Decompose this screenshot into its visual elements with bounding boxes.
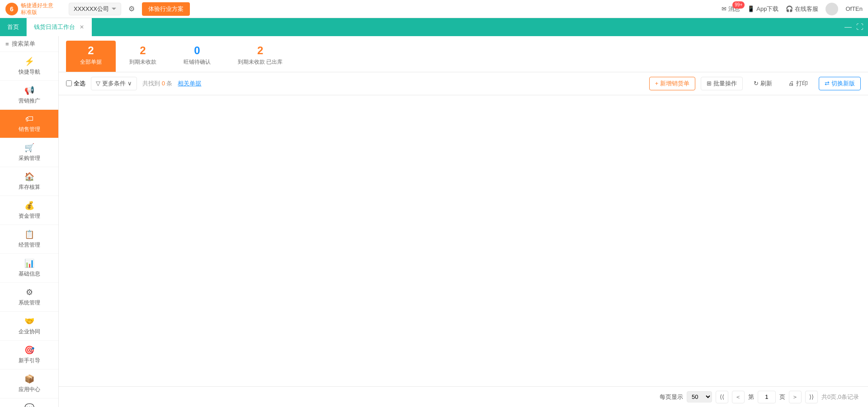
sidebar-item-label: 库存核算: [19, 183, 40, 191]
first-page-button[interactable]: ⟨⟨: [716, 391, 728, 403]
select-all-checkbox[interactable]: 全选: [66, 80, 85, 88]
tab-maximize-icon[interactable]: ⛶: [856, 23, 863, 31]
logo-text: 畅捷通好生意 标准版: [21, 2, 53, 15]
tab-home[interactable]: 首页: [0, 18, 27, 36]
sidebar-item-app-center[interactable]: 📦 应用中心: [0, 370, 58, 398]
sidebar-item-wechat[interactable]: 💬 企业微信: [0, 398, 58, 407]
filter-chevron-icon: ∨: [127, 80, 132, 87]
online-service-label: 在线客服: [795, 5, 818, 13]
sidebar-item-purchase[interactable]: 🛒 采购管理: [0, 138, 58, 167]
prev-page-button[interactable]: ＜: [732, 391, 745, 403]
chevron-down-icon: [112, 8, 116, 10]
search-icon: ≡: [5, 41, 9, 47]
select-all-label: 全选: [74, 80, 85, 88]
main-layout: ≡ 搜索菜单 ⚡ 快捷导航 📢 营销推广 🏷 销售管理 🛒 采购管理 🏠 库存核…: [0, 36, 868, 407]
quick-nav-icon: ⚡: [24, 56, 34, 66]
table-area: [59, 95, 868, 386]
refresh-button[interactable]: ↻ 刷新: [748, 77, 778, 90]
sidebar-item-label: 经营管理: [19, 241, 40, 249]
sidebar-item-enterprise[interactable]: 🤝 企业协同: [0, 312, 58, 341]
stat-label-overdue-shipped: 到期未收款 已出库: [238, 58, 283, 66]
app-download-label: App下载: [756, 5, 778, 13]
sidebar-item-label: 新手引导: [19, 357, 40, 365]
sidebar-item-system[interactable]: ⚙ 系统管理: [0, 283, 58, 312]
sidebar-item-label: 系统管理: [19, 299, 40, 307]
last-page-button[interactable]: ⟩⟩: [805, 391, 818, 403]
switch-version-button[interactable]: ⇄ 切换新版: [819, 77, 861, 90]
search-menu[interactable]: ≡ 搜索菜单: [0, 36, 58, 52]
sidebar-item-operations[interactable]: 📋 经营管理: [0, 225, 58, 254]
top-bar: 6 畅捷通好生意 标准版 XXXXXX公司 ⚙ 体验行业方案 ✉ 消息 99+ …: [0, 0, 868, 18]
total-info: 共0页,0条记录: [821, 393, 859, 401]
print-icon: 🖨: [788, 80, 794, 87]
app-center-icon: 📦: [24, 374, 34, 384]
experience-button[interactable]: 体验行业方案: [142, 2, 190, 16]
tab-bar: 首页 钱货日清工作台 ✕ — ⛶: [0, 18, 868, 36]
top-right-actions: ✉ 消息 99+ 📱 App下载 🎧 在线客服 OfTEn: [722, 3, 863, 15]
sidebar-item-guide[interactable]: 🎯 新手引导: [0, 341, 58, 370]
avatar[interactable]: [826, 3, 838, 15]
batch-operation-button[interactable]: ⊞ 批量操作: [701, 77, 743, 90]
sidebar-item-finance[interactable]: 💰 资金管理: [0, 196, 58, 225]
app-download-button[interactable]: 📱 App下载: [747, 5, 778, 13]
related-link[interactable]: 相关单据: [178, 80, 201, 88]
page-size-select[interactable]: 50 100 200: [687, 391, 712, 402]
stat-count-overdue-shipped: 2: [257, 44, 263, 57]
tab-minimize-icon[interactable]: —: [844, 23, 852, 31]
print-button[interactable]: 🖨 打印: [783, 77, 813, 90]
system-icon: ⚙: [26, 287, 33, 297]
tab-bar-actions: — ⛶: [844, 18, 868, 36]
stat-tab-overdue-shipped[interactable]: 2 到期未收款 已出库: [224, 41, 296, 72]
add-sales-order-button[interactable]: + 新增销货单: [649, 77, 695, 90]
phone-icon: 📱: [747, 5, 755, 12]
operations-icon: 📋: [24, 229, 34, 239]
filter-label: 更多条件: [102, 80, 126, 88]
guide-icon: 🎯: [24, 345, 34, 355]
sidebar-item-sales[interactable]: 🏷 销售管理: [0, 110, 58, 138]
message-badge: 99+: [732, 1, 745, 9]
message-icon: ✉: [722, 5, 726, 12]
online-service-button[interactable]: 🎧 在线客服: [786, 5, 818, 13]
company-selector[interactable]: XXXXXX公司: [69, 3, 121, 15]
sidebar: ≡ 搜索菜单 ⚡ 快捷导航 📢 营销推广 🏷 销售管理 🛒 采购管理 🏠 库存核…: [0, 36, 59, 407]
sidebar-item-label: 基础信息: [19, 270, 40, 278]
page-input[interactable]: [758, 391, 776, 403]
tab-cashflow[interactable]: 钱货日清工作台 ✕: [27, 18, 92, 36]
sidebar-item-marketing[interactable]: 📢 营销推广: [0, 81, 58, 110]
inventory-icon: 🏠: [24, 172, 34, 182]
next-page-button[interactable]: ＞: [789, 391, 802, 403]
sidebar-item-label: 营销推广: [19, 97, 40, 105]
filter-icon: ▽: [96, 80, 100, 87]
checkbox-input[interactable]: [66, 80, 72, 86]
sidebar-item-quick-nav[interactable]: ⚡ 快捷导航: [0, 52, 58, 81]
found-count: 0: [162, 80, 165, 87]
message-button[interactable]: ✉ 消息 99+: [722, 5, 740, 13]
tab-home-label: 首页: [7, 23, 19, 31]
user-name: OfTEn: [845, 5, 863, 12]
sidebar-item-label: 快捷导航: [19, 68, 40, 76]
tab-close-icon[interactable]: ✕: [80, 24, 84, 30]
toolbar-right: + 新增销货单 ⊞ 批量操作 ↻ 刷新 🖨 打印 ⇄ 切换新版: [649, 77, 861, 90]
sidebar-item-basic-info[interactable]: 📊 基础信息: [0, 254, 58, 283]
sidebar-item-label: 资金管理: [19, 212, 40, 220]
stat-label-overdue: 到期未收款: [129, 58, 156, 66]
switch-icon: ⇄: [825, 80, 830, 87]
page-label-end: 页: [779, 393, 785, 401]
pagination: 每页显示 50 100 200 ⟨⟨ ＜ 第 页 ＞ ⟩⟩ 共0页,0条记录: [59, 386, 868, 407]
sidebar-item-label: 销售管理: [19, 126, 40, 133]
stat-count-all: 2: [88, 44, 94, 57]
marketing-icon: 📢: [24, 85, 34, 95]
stat-tab-all[interactable]: 2 全部单据: [66, 41, 116, 72]
logo-area: 6 畅捷通好生意 标准版: [5, 2, 64, 15]
stat-tab-pending[interactable]: 0 旺铺待确认: [170, 41, 224, 72]
filter-button[interactable]: ▽ 更多条件 ∨: [91, 77, 137, 90]
page-label: 第: [748, 393, 754, 401]
found-text: 共找到 0 条: [142, 80, 172, 88]
service-icon: 🎧: [786, 5, 793, 12]
per-page-label: 每页显示: [660, 393, 683, 401]
settings-button[interactable]: ⚙: [125, 2, 138, 16]
tab-cashflow-label: 钱货日清工作台: [34, 23, 75, 31]
enterprise-icon: 🤝: [24, 316, 34, 326]
stat-tab-overdue[interactable]: 2 到期未收款: [116, 41, 170, 72]
sidebar-item-inventory[interactable]: 🏠 库存核算: [0, 167, 58, 196]
